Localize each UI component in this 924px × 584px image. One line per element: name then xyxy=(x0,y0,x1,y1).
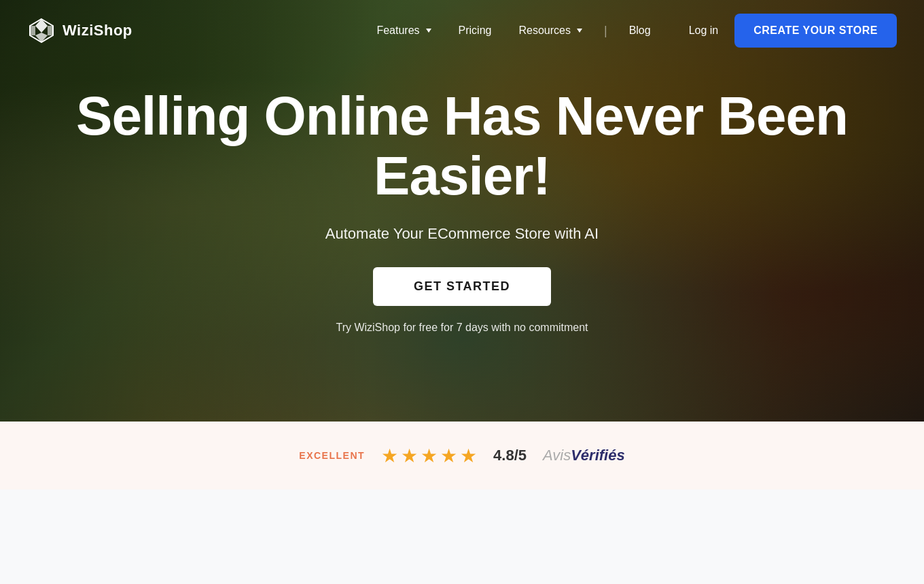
chevron-down-icon xyxy=(426,29,431,33)
below-fold-area xyxy=(0,489,924,584)
hero-content: Selling Online Has Never Been Easier! Au… xyxy=(27,86,897,336)
rating-score: 4.8/5 xyxy=(493,447,527,464)
star-4: ★ xyxy=(440,445,457,467)
logo-text: WiziShop xyxy=(63,22,132,39)
get-started-button[interactable]: GET STARTED xyxy=(373,267,551,306)
avis-text: Avis xyxy=(543,447,571,464)
nav-pricing[interactable]: Pricing xyxy=(448,19,503,42)
star-half: ★ xyxy=(460,445,477,467)
rating-label: EXCELLENT xyxy=(299,450,365,461)
nav-features[interactable]: Features xyxy=(366,19,442,42)
rating-strip: EXCELLENT ★ ★ ★ ★ ★ 4.8/5 Avis Vérifiés xyxy=(0,422,924,489)
logo-link[interactable]: WiziShop xyxy=(27,16,132,45)
nav-links: Features Pricing Resources | Blog xyxy=(366,19,661,42)
hero-title: Selling Online Has Never Been Easier! xyxy=(54,86,870,206)
nav-right: Log in CREATE YOUR STORE xyxy=(689,14,897,48)
chevron-down-icon xyxy=(577,29,582,33)
star-3: ★ xyxy=(421,445,438,467)
wizishop-logo-icon xyxy=(27,16,56,45)
hero-disclaimer: Try WiziShop for free for 7 days with no… xyxy=(336,320,588,336)
nav-resources[interactable]: Resources xyxy=(508,19,592,42)
nav-blog[interactable]: Blog xyxy=(618,19,662,42)
hero-subtitle: Automate Your ECommerce Store with AI xyxy=(325,225,599,243)
nav-separator: | xyxy=(604,24,607,37)
star-1: ★ xyxy=(381,445,398,467)
stars-row: ★ ★ ★ ★ ★ xyxy=(381,445,477,467)
avis-verifies-logo: Avis Vérifiés xyxy=(543,447,625,464)
login-link[interactable]: Log in xyxy=(689,24,719,37)
create-store-button[interactable]: CREATE YOUR STORE xyxy=(734,14,897,48)
verifies-text: Vérifiés xyxy=(571,447,625,464)
hero-section: Selling Online Has Never Been Easier! Au… xyxy=(0,0,924,422)
navbar: WiziShop Features Pricing Resources | Bl… xyxy=(0,0,924,61)
star-2: ★ xyxy=(401,445,418,467)
